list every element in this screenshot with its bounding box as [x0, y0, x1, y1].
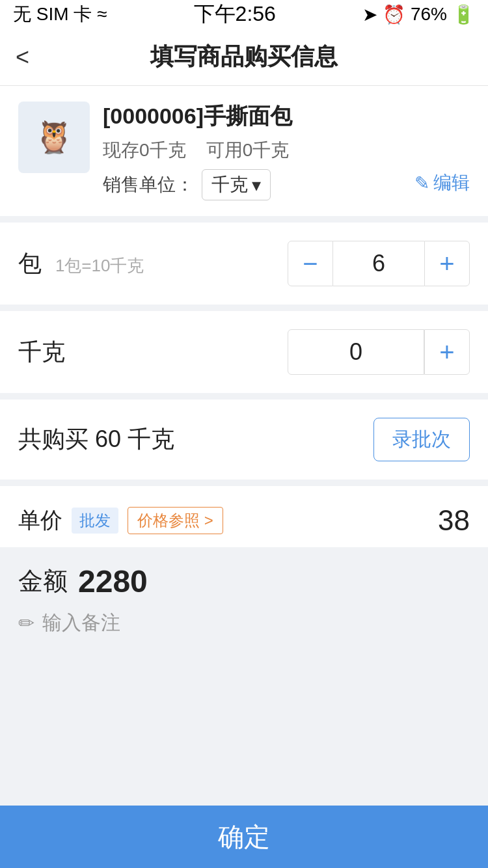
remark-icon: ✏ [18, 612, 34, 634]
product-card: 🦉 [0000006]手撕面包 现存0千克 可用0千克 销售单位： 千克 ▾ ✎… [0, 86, 488, 223]
price-ref-button[interactable]: 价格参照 > [128, 507, 223, 534]
product-logo-icon: 🦉 [34, 119, 74, 156]
price-row: 单价 批发 价格参照 > 38 [18, 504, 470, 537]
unit-dropdown[interactable]: 千克 ▾ [202, 169, 271, 200]
edit-label: 编辑 [433, 170, 470, 195]
amount-row: 金额 2280 [18, 563, 470, 599]
price-section: 单价 批发 价格参照 > 38 [0, 486, 488, 548]
amount-label: 金额 [18, 565, 68, 598]
bao-sub-label: 1包=10千克 [55, 256, 144, 275]
summary-row: 共购买 60 千克 录批次 [0, 400, 488, 480]
kg-label: 千克 [18, 336, 65, 368]
bao-section: 包 1包=10千克 − + [0, 223, 488, 305]
product-name: [0000006]手撕面包 [103, 102, 470, 131]
status-right: ➤ ⏰ 76% 🔋 [362, 4, 475, 25]
kg-qty-input[interactable] [288, 329, 424, 375]
unit-value: 千克 [211, 172, 248, 197]
kg-increment-button[interactable]: + [424, 329, 470, 375]
stock-available: 可用0千克 [206, 140, 290, 160]
status-bar: 无 SIM 卡 ≈ 下午2:56 ➤ ⏰ 76% 🔋 [0, 0, 488, 29]
status-time: 下午2:56 [194, 0, 276, 29]
edit-button[interactable]: ✎ 编辑 [414, 170, 470, 195]
amount-section: 金额 2280 ✏ 输入备注 [0, 548, 488, 647]
price-label: 单价 [18, 506, 62, 536]
record-batch-button[interactable]: 录批次 [373, 418, 470, 461]
edit-icon: ✎ [414, 172, 429, 194]
batch-tag: 批发 [72, 508, 118, 534]
price-label-group: 单价 批发 价格参照 > [18, 506, 223, 536]
bao-increment-button[interactable]: + [424, 241, 470, 286]
dropdown-arrow-icon: ▾ [252, 174, 261, 196]
page-title: 填写商品购买信息 [150, 41, 338, 73]
battery-icon: 🔋 [452, 4, 475, 25]
kg-row: 千克 + [18, 311, 470, 393]
location-icon: ➤ [362, 4, 377, 25]
battery-text: 76% [411, 4, 447, 25]
confirm-button[interactable]: 确定 [0, 806, 488, 868]
product-thumbnail: 🦉 [18, 102, 90, 173]
amount-value: 2280 [78, 563, 148, 599]
bao-qty-input[interactable] [333, 241, 424, 286]
back-button[interactable]: < [16, 44, 29, 71]
unit-label: 销售单位： [103, 172, 194, 197]
stock-current: 现存0千克 [103, 140, 186, 160]
summary-text: 共购买 60 千克 [18, 424, 174, 455]
product-stock: 现存0千克 可用0千克 [103, 138, 470, 163]
bao-qty-control: − + [288, 241, 470, 286]
status-left: 无 SIM 卡 ≈ [13, 2, 107, 27]
sim-text: 无 SIM 卡 ≈ [13, 2, 107, 27]
kg-section: 千克 + [0, 311, 488, 393]
remark-label: 输入备注 [42, 610, 120, 636]
nav-bar: < 填写商品购买信息 [0, 29, 488, 86]
alarm-icon: ⏰ [383, 4, 405, 25]
content-spacer [0, 647, 488, 777]
remark-row[interactable]: ✏ 输入备注 [18, 610, 470, 636]
bao-decrement-button[interactable]: − [288, 241, 333, 286]
price-value: 38 [438, 504, 470, 537]
kg-qty-control: + [288, 329, 470, 375]
bao-label: 包 [18, 250, 42, 277]
bao-label-group: 包 1包=10千克 [18, 248, 144, 280]
bao-row: 包 1包=10千克 − + [18, 223, 470, 305]
